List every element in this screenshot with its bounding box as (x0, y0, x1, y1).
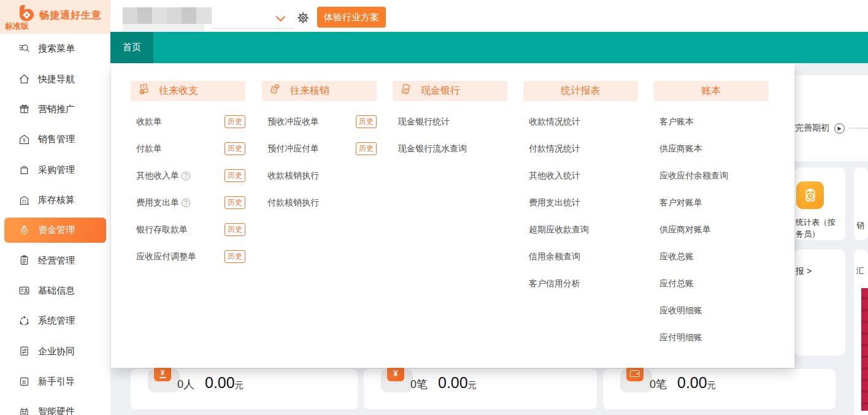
menu-item[interactable]: 收款单 (136, 115, 162, 129)
menu-item[interactable]: 应收应付余额查询 (659, 169, 728, 183)
menu-item[interactable]: 供应商对账单 (659, 223, 711, 237)
card-partial-label: 销 (856, 220, 864, 231)
gear-icon[interactable] (296, 11, 310, 25)
sidebar-item-7[interactable]: ¥资金管理 (4, 218, 106, 243)
stat-unit: 元 (707, 380, 716, 390)
stat-count: 0人 (177, 377, 194, 392)
onboarding-row: 完善期初 ▶ (795, 123, 868, 134)
menu-item[interactable]: 现金银行流水查询 (398, 142, 467, 156)
sidebar-item-12[interactable]: 新新手引导 (0, 367, 110, 397)
sidebar-item-label: 采购管理 (38, 164, 75, 176)
menu-item[interactable]: 费用支出单? (136, 196, 190, 210)
menu-item[interactable]: 客户账本 (659, 115, 694, 129)
history-badge[interactable]: 历史 (225, 223, 245, 236)
sidebar-item-11[interactable]: 企业协同 (0, 337, 110, 367)
sidebar-item-2[interactable]: 快捷导航 (0, 64, 110, 94)
menu-item[interactable]: 付款情况统计 (529, 142, 580, 156)
menu-item[interactable]: 付款单 (136, 142, 162, 156)
menu-item[interactable]: 费用支出统计 (529, 196, 580, 210)
menu-column-3: 现金银行现金银行统计现金银行流水查询 (393, 81, 507, 101)
sidebar-item-label: 智能硬件 (38, 406, 75, 415)
search-icon (18, 43, 31, 55)
sidebar-item-label: 经营管理 (38, 255, 75, 267)
onboarding-label: 完善期初 (795, 123, 829, 134)
experience-industry-button[interactable]: 体验行业方案 (317, 7, 386, 28)
svg-text:¥: ¥ (23, 229, 26, 233)
menu-item[interactable]: 客户信用分析 (529, 277, 580, 291)
menu-column-4: 统计报表收款情况统计付款情况统计其他收入统计费用支出统计超期应收款查询信用余额查… (523, 81, 638, 101)
menu-item[interactable]: 超期应收款查询 (529, 223, 589, 237)
onboarding-dashed-line (849, 128, 868, 129)
menu-item[interactable]: 客户对账单 (659, 196, 702, 210)
menu-item[interactable]: 应收明细账 (659, 304, 702, 318)
menu-item[interactable]: 收款情况统计 (529, 115, 580, 129)
tab-home[interactable]: 首页 (110, 32, 153, 63)
menu-column-1: ¥往来收支收款单历史付款单历史其他收入单?历史费用支出单?历史银行存取款单历史应… (131, 81, 245, 101)
stat-card-2: ¥ 0笔 0.00元 (364, 369, 597, 409)
menu-column-header: ¥往来收支 (131, 81, 245, 101)
menu-item[interactable]: 预付冲应付单 (267, 142, 319, 156)
receipt-yen-icon: ¥ (138, 83, 154, 99)
sidebar-item-3[interactable]: 营销推广 (0, 94, 110, 124)
question-circle-icon[interactable]: ? (182, 172, 190, 180)
menu-column-title: 现金银行 (421, 85, 460, 97)
menu-item[interactable]: 收款核销执行 (267, 169, 319, 183)
history-badge[interactable]: 历史 (225, 115, 245, 128)
svg-text:$: $ (23, 137, 26, 143)
menu-column-title: 账本 (702, 85, 721, 97)
sidebar-item-6[interactable]: 库存核算 (0, 185, 110, 215)
stat-unit: 元 (235, 380, 244, 390)
sidebar-item-5[interactable]: 采购管理 (0, 155, 110, 185)
sidebar-item-9[interactable]: 基础信息 (0, 276, 110, 306)
sidebar-item-1[interactable]: 搜索菜单 (0, 34, 110, 64)
card-partial-right: 销 (854, 167, 868, 240)
sidebar-item-4[interactable]: $销售管理 (0, 124, 110, 154)
menu-item[interactable]: 预收冲应收单 (267, 115, 319, 129)
play-circle-icon[interactable]: ▶ (834, 123, 845, 134)
menu-item[interactable]: 现金银行统计 (398, 115, 450, 129)
sidebar-item-13[interactable]: 智能硬件 (0, 397, 110, 415)
menu-column-header: 现金银行 (393, 81, 507, 101)
menu-item[interactable]: 其他收入单? (136, 169, 190, 183)
stat-card-1: ¥ 0人 0.00元 (131, 369, 358, 409)
menu-item[interactable]: 应收应付调整单 (136, 250, 196, 264)
report-link[interactable]: 报 > (796, 266, 812, 277)
menu-item[interactable]: 应收总账 (659, 250, 694, 264)
history-badge[interactable]: 历史 (225, 196, 245, 209)
question-circle-icon[interactable]: ? (182, 199, 190, 207)
menu-item[interactable]: 应付明细账 (659, 331, 702, 345)
stat-amount: 0.00元 (205, 374, 244, 392)
chevron-down-icon[interactable] (276, 12, 286, 22)
menu-item[interactable]: 应付总账 (659, 277, 694, 291)
menu-column-header: 账本 (654, 81, 769, 101)
menu-item[interactable]: 银行存取款单 (136, 223, 188, 237)
menu-item[interactable]: 付款核销执行 (267, 196, 319, 210)
menu-item[interactable]: 信用余额查询 (529, 250, 580, 264)
history-badge[interactable]: 历史 (225, 250, 245, 263)
history-badge[interactable]: 历史 (356, 142, 377, 155)
svg-text:新: 新 (22, 379, 27, 384)
stat-amount: 0.00元 (438, 374, 477, 392)
sidebar-item-label: 快捷导航 (38, 74, 75, 85)
menu-item[interactable]: 供应商账本 (659, 142, 702, 156)
menu-item[interactable]: 其他收入统计 (529, 169, 580, 183)
menu-column-header: ¥往来核销 (262, 81, 377, 101)
company-name-redacted[interactable] (123, 7, 212, 24)
brand-name: 畅捷通好生意 (39, 9, 102, 22)
history-badge[interactable]: 历史 (356, 115, 377, 128)
sidebar-item-8[interactable]: 经营管理 (0, 245, 110, 275)
id-card-icon (18, 284, 31, 297)
history-badge[interactable]: 历史 (225, 169, 245, 182)
banner-card-label: 汇 (856, 265, 864, 276)
report-card-partial[interactable]: 统计表（按 务员） (794, 167, 845, 240)
sidebar-item-10[interactable]: 系统管理 (0, 306, 110, 336)
stat-count: 0笔 (410, 377, 428, 392)
gift-icon (18, 103, 31, 115)
sidebar-item-label: 搜索菜单 (38, 43, 75, 55)
menu-column-2: ¥往来核销预收冲应收单历史预付冲应付单历史收款核销执行付款核销执行 (262, 81, 377, 101)
clipboard-icon (18, 254, 31, 267)
history-badge[interactable]: 历史 (225, 142, 245, 155)
sidebar-item-label: 营销推广 (38, 104, 75, 115)
sidebar-item-label: 销售管理 (38, 134, 75, 145)
topbar: 体验行业方案 (110, 0, 868, 32)
